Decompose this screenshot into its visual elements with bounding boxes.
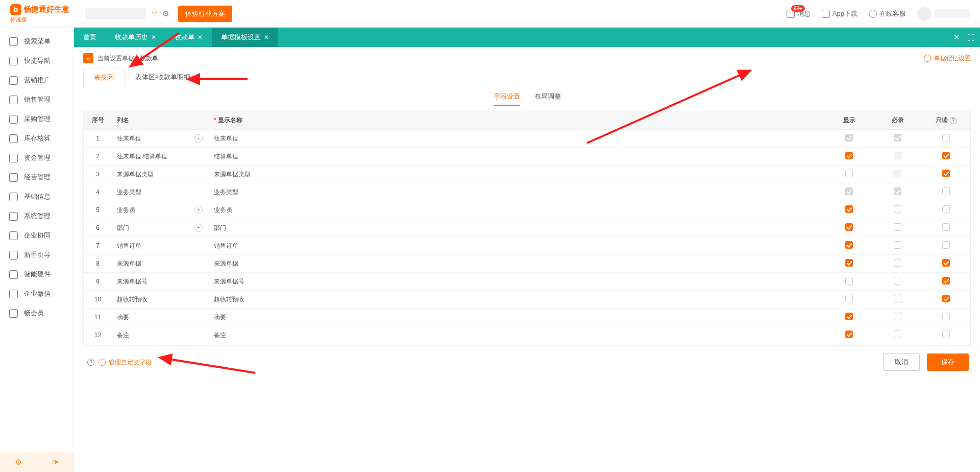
tab-收款单[interactable]: 收款单✕ bbox=[165, 28, 212, 47]
save-button[interactable]: 保存 bbox=[927, 353, 969, 371]
cell-disp[interactable]: 超收转预收 bbox=[209, 291, 825, 309]
sidebar-item-search[interactable]: 搜索菜单 bbox=[0, 32, 74, 51]
checkbox[interactable] bbox=[894, 331, 901, 338]
fields-table: 序号 列名 *显示名称 显示 必录 只读? 1往来单位+往来单位2往来单位.结算… bbox=[84, 111, 970, 346]
cell-req bbox=[873, 219, 922, 237]
mid-tab[interactable]: 字段设置 bbox=[494, 92, 520, 106]
tab-首页[interactable]: 首页 bbox=[74, 28, 106, 47]
messages-link[interactable]: 消息 99+ bbox=[787, 9, 811, 18]
checkbox[interactable] bbox=[942, 187, 950, 195]
checkbox[interactable] bbox=[942, 241, 950, 249]
cancel-button[interactable]: 取消 bbox=[883, 353, 920, 371]
sidebar-item-hardware[interactable]: 智能硬件 bbox=[0, 265, 74, 284]
fields-table-wrap[interactable]: 序号 列名 *显示名称 显示 必录 只读? 1往来单位+往来单位2往来单位.结算… bbox=[83, 111, 971, 346]
checkbox[interactable] bbox=[845, 152, 853, 159]
close-icon[interactable]: ✕ bbox=[264, 34, 269, 41]
cell-disp[interactable]: 往来单位 bbox=[209, 130, 825, 148]
checkbox[interactable] bbox=[845, 331, 853, 338]
sidebar-item-guide[interactable]: 新手引导 bbox=[0, 245, 74, 265]
checkbox[interactable] bbox=[942, 205, 950, 213]
help-icon[interactable]: ? bbox=[950, 117, 957, 124]
checkbox[interactable] bbox=[845, 295, 853, 302]
checkbox[interactable] bbox=[894, 259, 901, 267]
checkbox[interactable] bbox=[942, 170, 950, 177]
cell-req bbox=[873, 237, 922, 255]
brand-logo: b 畅捷通好生意 标准版 bbox=[10, 4, 69, 23]
cell-disp[interactable]: 来源单据号 bbox=[209, 273, 825, 291]
checkbox[interactable] bbox=[942, 152, 950, 159]
tab-close-all-icon[interactable]: ✕ bbox=[953, 33, 960, 42]
tab-收款单历史[interactable]: 收款单历史✕ bbox=[106, 28, 165, 47]
service-link[interactable]: 在线客服 bbox=[869, 9, 906, 18]
checkbox[interactable] bbox=[894, 313, 901, 320]
sidebar-item-vip[interactable]: 畅会员 bbox=[0, 303, 74, 323]
plus-icon[interactable]: + bbox=[194, 206, 203, 214]
help-icon[interactable]: ? bbox=[87, 359, 94, 366]
checkbox[interactable] bbox=[942, 313, 950, 320]
checkbox[interactable] bbox=[942, 277, 950, 285]
sidebar-item-system[interactable]: 系统管理 bbox=[0, 206, 74, 226]
fullscreen-icon[interactable]: ⛶ bbox=[967, 33, 975, 42]
inventory-icon bbox=[9, 134, 18, 143]
plus-icon[interactable]: + bbox=[194, 224, 203, 232]
checkbox[interactable] bbox=[894, 223, 901, 231]
gear-icon[interactable]: ⚙ bbox=[162, 9, 169, 18]
checkbox[interactable] bbox=[942, 134, 950, 141]
footer-gear-icon[interactable]: ⚙ bbox=[15, 457, 22, 467]
sidebar-item-fund[interactable]: 资金管理 bbox=[0, 148, 74, 168]
checkbox[interactable] bbox=[845, 170, 853, 177]
sidebar-item-basic[interactable]: 基础信息 bbox=[0, 187, 74, 206]
sidebar-item-inventory[interactable]: 库存核算 bbox=[0, 129, 74, 148]
checkbox[interactable] bbox=[845, 241, 853, 249]
expand-icon[interactable]: » bbox=[83, 53, 93, 63]
checkbox[interactable] bbox=[942, 223, 950, 231]
checkbox[interactable] bbox=[845, 259, 853, 267]
cell-disp[interactable]: 来源单据类型 bbox=[209, 166, 825, 183]
close-icon[interactable]: ✕ bbox=[198, 34, 203, 41]
trial-button[interactable]: 体验行业方案 bbox=[178, 6, 232, 22]
memory-settings-link[interactable]: 单据记忆设置 bbox=[924, 54, 971, 63]
checkbox[interactable] bbox=[894, 295, 901, 302]
cell-disp[interactable]: 销售订单 bbox=[209, 237, 825, 255]
sidebar-item-purchase[interactable]: 采购管理 bbox=[0, 109, 74, 129]
cell-disp[interactable]: 备注 bbox=[209, 326, 825, 344]
checkbox[interactable] bbox=[894, 241, 901, 249]
footer-sound-icon[interactable]: 🕩 bbox=[51, 457, 59, 466]
cell-index: 1 bbox=[84, 130, 112, 148]
cell-ro bbox=[922, 148, 970, 166]
cell-disp[interactable]: 业务员 bbox=[209, 201, 825, 219]
cell-disp[interactable]: 结算单位 bbox=[209, 148, 825, 166]
checkbox[interactable] bbox=[845, 313, 853, 320]
tab-单据模板设置[interactable]: 单据模板设置✕ bbox=[212, 28, 278, 47]
checkbox[interactable] bbox=[894, 277, 901, 285]
cell-disp[interactable]: 部门 bbox=[209, 219, 825, 237]
checkbox[interactable] bbox=[894, 205, 901, 213]
app-download-label: App下载 bbox=[832, 9, 857, 18]
checkbox[interactable] bbox=[942, 259, 950, 267]
sidebar-item-enterprise[interactable]: 企业协同 bbox=[0, 226, 74, 245]
sidebar-item-label: 库存核算 bbox=[24, 134, 51, 143]
mid-tab[interactable]: 布局调整 bbox=[534, 92, 561, 106]
sidebar-item-wechat[interactable]: 企业微信 bbox=[0, 284, 74, 303]
checkbox[interactable] bbox=[845, 223, 853, 231]
checkbox[interactable] bbox=[845, 277, 853, 285]
area-tab[interactable]: 表体区-收款单明细 bbox=[125, 67, 201, 87]
sidebar-item-marketing[interactable]: 营销推广 bbox=[0, 70, 74, 90]
manage-custom-fields-link[interactable]: 管理自定义字段 bbox=[99, 358, 152, 367]
account-switcher[interactable]: ﹀ bbox=[85, 8, 158, 19]
app-download-link[interactable]: App下载 bbox=[822, 9, 857, 18]
checkbox[interactable] bbox=[942, 331, 950, 338]
sidebar-item-sales[interactable]: 销售管理 bbox=[0, 90, 74, 109]
plus-icon[interactable]: + bbox=[194, 134, 203, 143]
area-tab[interactable]: 表头区 bbox=[83, 68, 125, 87]
cell-disp[interactable]: 摘要 bbox=[209, 309, 825, 326]
user-menu[interactable] bbox=[917, 7, 970, 21]
cell-disp[interactable]: 业务类型 bbox=[209, 183, 825, 201]
manage-custom-fields-label: 管理自定义字段 bbox=[109, 358, 152, 367]
cell-disp[interactable]: 来源单据 bbox=[209, 255, 825, 273]
checkbox[interactable] bbox=[942, 295, 950, 302]
close-icon[interactable]: ✕ bbox=[151, 34, 156, 41]
sidebar-item-operation[interactable]: 经营管理 bbox=[0, 168, 74, 187]
sidebar-item-quicknav[interactable]: 快捷导航 bbox=[0, 51, 74, 70]
checkbox[interactable] bbox=[845, 205, 853, 213]
